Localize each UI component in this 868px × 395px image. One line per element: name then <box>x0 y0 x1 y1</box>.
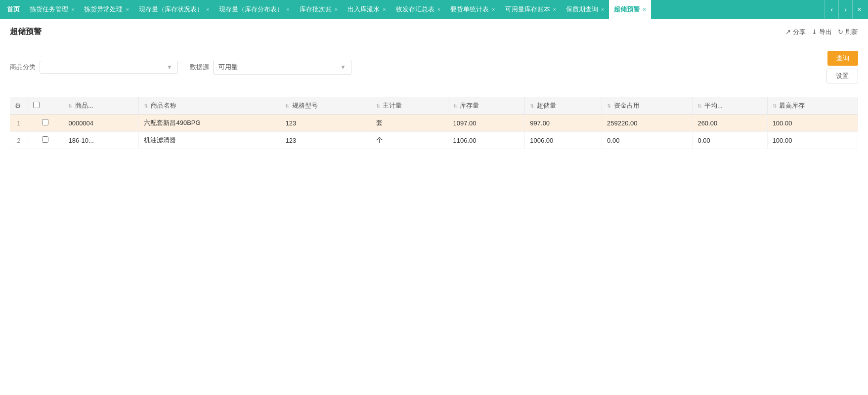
close-quality-check[interactable]: × <box>601 6 604 12</box>
row-checkbox-1 <box>28 115 63 132</box>
top-navbar: 首页 拣货任务管理 × 拣货异常处理 × 现存量（库存状况表） × 现存量（库存… <box>0 0 868 19</box>
row-select-1[interactable] <box>42 119 48 125</box>
nav-order-stats[interactable]: 要货单统计表 × <box>445 0 500 19</box>
sort-icon-overstock-qty: ⇅ <box>530 103 534 109</box>
datasource-filter: 数据源 可用量 ▼ <box>190 60 351 75</box>
th-overstock-qty: ⇅ 超储量 <box>525 97 602 115</box>
share-icon: ↗ <box>785 28 791 36</box>
capital-occupied-2: 0.00 <box>602 132 693 149</box>
sort-icon-avg: ⇅ <box>697 103 701 109</box>
row-select-2[interactable] <box>42 136 48 143</box>
close-batch-account[interactable]: × <box>335 6 338 12</box>
close-recv-send-summary[interactable]: × <box>437 6 440 12</box>
th-avg: ⇅ 平均... <box>693 97 767 115</box>
nav-home[interactable]: 首页 <box>2 0 25 19</box>
sort-icon-product-name: ⇅ <box>144 103 148 109</box>
page-actions: ↗ 分享 ⤓ 导出 ↻ 刷新 <box>785 28 858 37</box>
nav-close-btn[interactable]: × <box>852 0 866 19</box>
nav-overstock-warning[interactable]: 超储预警 × <box>609 0 651 19</box>
sort-icon-capital: ⇅ <box>607 103 611 109</box>
close-available-account[interactable]: × <box>553 6 556 12</box>
share-button[interactable]: ↗ 分享 <box>785 28 806 37</box>
nav-prev-btn[interactable]: ‹ <box>825 0 838 19</box>
close-exception-process[interactable]: × <box>126 6 129 12</box>
refresh-button[interactable]: ↻ 刷新 <box>838 28 858 37</box>
capital-occupied-1: 259220.00 <box>602 115 693 132</box>
unit-2: 个 <box>371 132 448 149</box>
th-capital-occupied: ⇅ 资金占用 <box>602 97 693 115</box>
th-product-name: ⇅ 商品名称 <box>139 97 280 115</box>
page-content: 超储预警 ↗ 分享 ⤓ 导出 ↻ 刷新 商品分类 ▼ 数据源 <box>0 19 868 395</box>
category-filter: 商品分类 ▼ <box>10 61 178 74</box>
datasource-value: 可用量 <box>218 63 238 72</box>
row-num-1: 1 <box>10 115 28 132</box>
sort-icon-stock-qty: ⇅ <box>453 103 457 109</box>
th-settings: ⚙ <box>10 97 28 115</box>
datasource-label: 数据源 <box>190 63 209 72</box>
datasource-arrow-icon: ▼ <box>340 64 346 71</box>
nav-inventory-status[interactable]: 现存量（库存状况表） × <box>134 0 214 19</box>
stock-qty-1: 1097.00 <box>448 115 525 132</box>
stock-qty-2: 1106.00 <box>448 132 525 149</box>
th-product-code: ⇅ 商品... <box>63 97 139 115</box>
refresh-icon: ↻ <box>838 28 843 36</box>
nav-available-account[interactable]: 可用量库存账本 × <box>500 0 561 19</box>
filter-bar: 商品分类 ▼ 数据源 可用量 ▼ 查询 设置 <box>10 45 858 89</box>
th-max-stock: ⇅ 最高库存 <box>767 97 858 115</box>
nav-recv-send-summary[interactable]: 收发存汇总表 × <box>391 0 445 19</box>
unit-1: 套 <box>371 115 448 132</box>
overstock-qty-2: 1006.00 <box>525 132 602 149</box>
nav-quality-check[interactable]: 保质期查询 × <box>561 0 609 19</box>
spec-1: 123 <box>280 115 371 132</box>
sort-icon-product-code: ⇅ <box>68 103 72 109</box>
nav-in-out-flow[interactable]: 出入库流水 × <box>343 0 391 19</box>
close-in-out-flow[interactable]: × <box>383 6 386 12</box>
settings-button[interactable]: 设置 <box>826 69 858 83</box>
product-name-1: 六配套新昌490BPG <box>139 115 280 132</box>
topbar-nav-arrows: ‹ › × <box>825 0 866 19</box>
close-task-mgmt[interactable]: × <box>71 6 74 12</box>
query-button[interactable]: 查询 <box>827 51 858 66</box>
max-stock-2: 100.00 <box>767 132 858 149</box>
close-overstock-warning[interactable]: × <box>643 6 646 12</box>
nav-task-mgmt[interactable]: 拣货任务管理 × <box>25 0 79 19</box>
product-code-2: 186-10... <box>63 132 139 149</box>
nav-inventory-dist[interactable]: 现存量（库存分布表） × <box>214 0 294 19</box>
data-table: ⚙ ⇅ 商品... ⇅ 商品名称 ⇅ 规格型号 ⇅ <box>10 97 858 149</box>
page-header: 超储预警 ↗ 分享 ⤓ 导出 ↻ 刷新 <box>10 27 858 37</box>
filter-actions: 查询 设置 <box>826 51 858 83</box>
select-all-checkbox[interactable] <box>33 102 40 108</box>
category-select[interactable]: ▼ <box>40 61 178 74</box>
page-title: 超储预警 <box>10 27 42 37</box>
spec-2: 123 <box>280 132 371 149</box>
avg-2: 0.00 <box>693 132 767 149</box>
sort-icon-spec: ⇅ <box>285 103 289 109</box>
export-button[interactable]: ⤓ 导出 <box>812 28 832 37</box>
close-order-stats[interactable]: × <box>492 6 495 12</box>
category-label: 商品分类 <box>10 63 36 72</box>
settings-gear-icon[interactable]: ⚙ <box>15 102 21 110</box>
overstock-qty-1: 997.00 <box>525 115 602 132</box>
max-stock-1: 100.00 <box>767 115 858 132</box>
close-inventory-dist[interactable]: × <box>286 6 289 12</box>
nav-next-btn[interactable]: › <box>838 0 852 19</box>
sort-icon-max-stock: ⇅ <box>773 103 777 109</box>
row-checkbox-2 <box>28 132 63 149</box>
category-arrow-icon: ▼ <box>167 64 173 71</box>
nav-exception-process[interactable]: 拣货异常处理 × <box>79 0 133 19</box>
th-stock-qty: ⇅ 库存量 <box>448 97 525 115</box>
datasource-select[interactable]: 可用量 ▼ <box>213 60 351 75</box>
table-row: 2 186-10... 机油滤清器 123 个 1106.00 1006.00 … <box>10 132 858 149</box>
table-row: 1 0000004 六配套新昌490BPG 123 套 1097.00 997.… <box>10 115 858 132</box>
product-code-1: 0000004 <box>63 115 139 132</box>
avg-1: 260.00 <box>693 115 767 132</box>
close-inventory-status[interactable]: × <box>206 6 209 12</box>
product-name-2: 机油滤清器 <box>139 132 280 149</box>
th-spec: ⇅ 规格型号 <box>280 97 371 115</box>
nav-batch-account[interactable]: 库存批次账 × <box>295 0 343 19</box>
th-checkbox <box>28 97 63 115</box>
export-icon: ⤓ <box>812 28 817 36</box>
row-num-2: 2 <box>10 132 28 149</box>
sort-icon-unit: ⇅ <box>376 103 380 109</box>
th-unit: ⇅ 主计量 <box>371 97 448 115</box>
